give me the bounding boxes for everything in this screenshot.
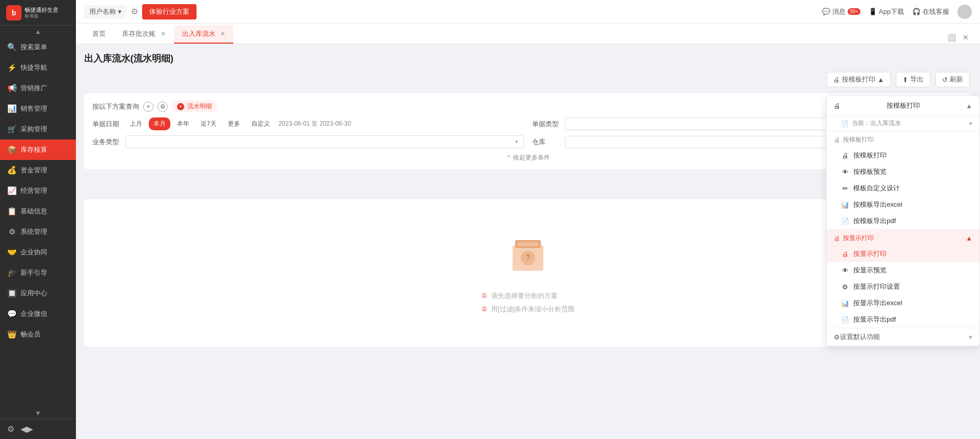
date-btn-more[interactable]: 更多	[223, 117, 245, 130]
message-action[interactable]: 💬 消息 99+	[822, 7, 860, 16]
tab-inventory-batch-close[interactable]: ✕	[161, 30, 166, 37]
sidebar-item-system[interactable]: ⚙ 系统管理	[0, 222, 76, 242]
refresh-icon: ↺	[942, 76, 948, 84]
purchase-icon: 🛒	[7, 125, 16, 134]
dp-section-template: 🖨 按模板打印 🖨 按模板打印 👁 按模板预览 ✏ 模板自定义设计	[827, 131, 979, 230]
filter-tag-icon: •	[177, 103, 184, 110]
sidebar-item-collab[interactable]: 🤝 企业协同	[0, 242, 76, 263]
sidebar-item-appcenter[interactable]: 🔲 应用中心	[0, 283, 76, 304]
svg-rect-2	[518, 242, 538, 246]
dp-item-display-settings[interactable]: ⚙ 按显示打印设置	[827, 278, 979, 295]
dp-item-display-print[interactable]: 🖨 按显示打印	[827, 246, 979, 262]
tabs-bar: 首页 库存批次账 ✕ 出入库流水 ✕ ⬜ ✕	[76, 24, 980, 44]
dp-item-dpdf-icon: 📄	[841, 315, 849, 324]
sidebar-item-finance[interactable]: 💰 资金管理	[0, 160, 76, 181]
template-print-arrow: ▲	[877, 76, 884, 84]
date-btn-this-year[interactable]: 本年	[172, 117, 194, 130]
biztype-select-arrow: ▾	[515, 138, 518, 145]
filter-tag: • 流水明细	[172, 101, 217, 112]
tab-flow-close[interactable]: ✕	[220, 30, 225, 37]
main-area: 用户名称 ▾ ⚙ 体验行业方案 💬 消息 99+ 📱 App下载 🎧 在线客服	[76, 0, 980, 439]
logo-text: 畅捷通好生意 标准版	[25, 6, 58, 19]
topbar-gear-icon[interactable]: ⚙	[131, 7, 138, 16]
date-btn-7days[interactable]: 近7天	[196, 117, 221, 130]
date-btn-last-month[interactable]: 上月	[125, 117, 147, 130]
sidebar-item-basic-info[interactable]: 📋 基础信息	[0, 201, 76, 222]
dp-item-display-excel[interactable]: 📊 按显示导出excel	[827, 295, 979, 311]
dp-item-display-pdf[interactable]: 📄 按显示导出pdf	[827, 311, 979, 328]
refresh-btn[interactable]: ↺ 刷新	[935, 72, 970, 87]
dp-item-design-icon: ✏	[841, 184, 849, 192]
message-icon: 💬	[822, 8, 830, 15]
template-print-btn[interactable]: 🖨 按模板打印 ▲	[827, 72, 891, 87]
tab-flow[interactable]: 出入库流水 ✕	[174, 25, 234, 44]
filter-add-btn[interactable]: +	[143, 102, 153, 112]
topbar: 用户名称 ▾ ⚙ 体验行业方案 💬 消息 99+ 📱 App下载 🎧 在线客服	[76, 0, 980, 24]
print-icon: 🖨	[833, 76, 840, 84]
tab-maximize-btn[interactable]: ⬜	[945, 31, 957, 44]
page-title: 出入库流水(流水明细)	[84, 52, 972, 65]
sidebar-item-guide[interactable]: 🎓 新手引导	[0, 263, 76, 283]
app-download-action[interactable]: 📱 App下载	[869, 7, 904, 16]
user-selector-chevron: ▾	[118, 8, 122, 15]
user-selector[interactable]: 用户名称 ▾	[84, 5, 127, 18]
user-avatar[interactable]	[957, 5, 972, 19]
date-btn-this-month[interactable]: 本月	[149, 117, 170, 130]
dp-header-arrow-up[interactable]: ▲	[966, 102, 972, 110]
sidebar-item-inventory[interactable]: 📦 库存核算	[0, 139, 76, 160]
dp-sub-label-display: 🖨 按显示打印	[834, 234, 874, 243]
tab-home[interactable]: 首页	[84, 25, 114, 44]
sidebar-scroll-down[interactable]: ▼	[0, 407, 76, 418]
sidebar-item-operations[interactable]: 📈 经营管理	[0, 181, 76, 201]
dp-footer[interactable]: ⚙ 设置默认功能 ▾	[827, 328, 979, 346]
page-content: 出入库流水(流水明细) 🖨 按模板打印 ▲ ⬆ 导出 ↺ 刷新 按以下方案查询 …	[76, 44, 980, 439]
dp-sub-header-display: 🖨 按显示打印 ▲	[827, 230, 979, 246]
sidebar-item-weixin[interactable]: 💬 企业微信	[0, 304, 76, 324]
dp-item-display-preview[interactable]: 👁 按显示预览	[827, 262, 979, 278]
sidebar-item-sales[interactable]: 📊 销售管理	[0, 98, 76, 119]
dp-item-preview-icon: 👁	[841, 168, 849, 176]
export-icon: ⬆	[903, 76, 908, 84]
dp-sub-header-template: 🖨 按模板打印	[827, 131, 979, 147]
sidebar-item-quicknav[interactable]: ⚡ 快捷导航	[0, 57, 76, 78]
weixin-icon: 💬	[7, 309, 16, 318]
dp-item-dpreview-icon: 👁	[841, 266, 849, 274]
svg-text:?: ?	[526, 253, 531, 262]
sidebar-item-member[interactable]: 👑 畅会员	[0, 324, 76, 345]
settings-bottom-icon[interactable]: ⚙	[7, 424, 14, 434]
dp-header: 🖨 按模板打印 ▲	[827, 96, 979, 116]
sidebar-nav: 🔍 搜索菜单 ⚡ 快捷导航 📢 营销推广 📊 销售管理 🛒 采购管理 📦 库存核…	[0, 37, 76, 407]
dp-section2-arrow: ▲	[966, 234, 972, 242]
dp-item-dexcel-icon: 📊	[841, 299, 849, 307]
basic-info-icon: 📋	[7, 207, 16, 216]
tab-inventory-batch[interactable]: 库存批次账 ✕	[114, 25, 174, 44]
filter-setting-btn[interactable]: ⚙	[158, 102, 168, 112]
sales-icon: 📊	[7, 104, 16, 113]
sidebar-item-marketing[interactable]: 📢 营销推广	[0, 78, 76, 98]
sidebar-scroll-up[interactable]: ▲	[0, 26, 76, 37]
biztype-select[interactable]: ▾	[125, 135, 524, 148]
dp-current-icon: 📄	[841, 120, 849, 127]
trial-btn[interactable]: 体验行业方案	[142, 4, 197, 19]
sidebar-item-search[interactable]: 🔍 搜索菜单	[0, 37, 76, 57]
filter-field-biztype: 业务类型 ▾	[92, 135, 524, 148]
tab-close-btn[interactable]: ✕	[959, 31, 972, 44]
dp-item-template-preview[interactable]: 👁 按模板预览	[827, 164, 979, 180]
dp-item-excel-icon: 📊	[841, 201, 849, 209]
sidebar-item-purchase[interactable]: 🛒 采购管理	[0, 119, 76, 139]
dp-section-display: 🖨 按显示打印 ▲ 🖨 按显示打印 👁 按显示预览 ⚙ 按显示打印设置	[827, 230, 979, 328]
dp-item-template-excel[interactable]: 📊 按模板导出excel	[827, 196, 979, 213]
marketing-icon: 📢	[7, 84, 16, 93]
dp-item-template-pdf[interactable]: 📄 按模板导出pdf	[827, 213, 979, 229]
dp-item-template-print[interactable]: 🖨 按模板打印	[827, 147, 979, 164]
dp-print-icon: 🖨	[834, 102, 840, 110]
date-btn-custom[interactable]: 自定义	[247, 117, 275, 130]
print-dropdown-panel: 🖨 按模板打印 ▲ 📄 当前：出入库流水 ▾ 🖨 按模板打印	[826, 95, 980, 346]
online-service-action[interactable]: 🎧 在线客服	[912, 7, 949, 16]
collapse-chevron-up: ⌃	[506, 154, 511, 162]
collapse-sidebar-icon[interactable]: ◀▶	[21, 424, 33, 434]
export-btn[interactable]: ⬆ 导出	[896, 72, 930, 87]
dp-item-template-design[interactable]: ✏ 模板自定义设计	[827, 180, 979, 196]
date-selector: 上月 本月 本年 近7天 更多 自定义 2023-06-01 至 2023-06…	[125, 117, 351, 130]
sidebar: b 畅捷通好生意 标准版 ▲ 🔍 搜索菜单 ⚡ 快捷导航 📢 营销推广 📊 销售…	[0, 0, 76, 439]
